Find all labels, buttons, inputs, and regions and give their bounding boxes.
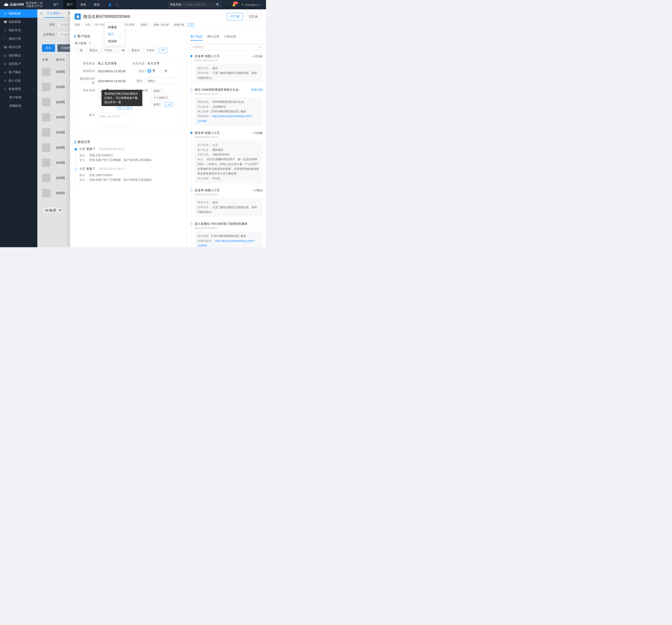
sidebar-item[interactable]: 客户标签 xyxy=(0,93,37,102)
sidebar-item[interactable]: ⏱我的好友 xyxy=(0,9,37,18)
radio-male[interactable]: 男 xyxy=(147,69,155,73)
personal-tag[interactable]: 个人标签12 xyxy=(151,95,170,101)
activity-filter[interactable]: 全部动态▾ xyxy=(190,44,263,51)
remark-textarea[interactable]: 请输入备注内容 xyxy=(98,113,128,127)
mobile-icon[interactable]: 📱 xyxy=(225,3,229,6)
search-input[interactable] xyxy=(187,3,215,6)
logo: 云朵CRM 教育机构一站 式服务云平台 xyxy=(3,2,43,8)
manager-dropdown-menu: 师馨薇 张三✓ 俱保咏 xyxy=(104,23,125,46)
rtab-activity[interactable]: 客户动态 xyxy=(190,33,202,41)
edit-tags-icon[interactable]: ✎ xyxy=(89,42,91,45)
rtab-order[interactable]: 订单记录 xyxy=(224,33,236,41)
sidebar-item[interactable]: ✂标签管理⌃ xyxy=(0,85,37,93)
activity-item: 定金单 创建人小王已完成2020/01/30 01:38:27跟单方式：电话跟单… xyxy=(190,54,263,82)
app-header: 云朵CRM 教育机构一站 式服务云平台 推广 客户 质检 数据 👤 📞 手机号码… xyxy=(0,0,266,9)
group-tag[interactable]: 群聊三 xyxy=(139,23,150,27)
search-box: 手机号码▾ | 🔍 xyxy=(168,1,221,8)
phone-icon[interactable]: 📞 xyxy=(115,3,119,6)
activity-item: 定金单 创建人小王已取消2020/01/30 01:38:27跟单方式：电话跟单… xyxy=(190,188,263,217)
activity-item: 购买 4399理财课进阶课程大礼包查看详情2021/01/30 01:38:27… xyxy=(190,88,263,126)
rtab-chat[interactable]: 聊天记录 xyxy=(207,33,219,41)
cloud-icon xyxy=(3,2,9,7)
activity-item: 报名单 创建人小王已失败2020/01/30 01:38:27客户经理：小王客户… xyxy=(190,131,263,183)
group-tag[interactable]: 群聊六群 xyxy=(172,23,186,27)
radio-female[interactable]: 女 xyxy=(160,69,168,73)
search-icon[interactable]: 🔍 xyxy=(216,3,220,6)
sidebar-item[interactable]: 💬我的群聊 xyxy=(0,18,37,26)
sidebar-item[interactable]: ▽我的学员 xyxy=(0,26,37,34)
search-type-select[interactable]: 手机号码 xyxy=(170,3,181,7)
customer-tag[interactable]: +4 xyxy=(159,48,167,53)
mod-record: 小王 更新了2021/01/30 01:38:27微信：空值-136721828… xyxy=(79,167,182,186)
phone-tooltip: 查询到此手机号码在系统中已存在，可以将两条客户数据合并为一条 xyxy=(101,90,142,106)
customer-tag[interactable]: 中意向 xyxy=(102,48,115,53)
sidebar-item[interactable]: ☜我的订单 xyxy=(0,34,37,43)
proxy-order-button[interactable]: 代下单 xyxy=(227,13,243,20)
mod-record: 小王 更新了2021/01/30 01:38:27微信：空值-136721828… xyxy=(79,147,182,167)
sidebar-item[interactable]: ☎电话记录 xyxy=(0,43,37,51)
sidebar-item[interactable]: 🛒我的商品 xyxy=(0,51,37,60)
customer-tag[interactable]: 一般 xyxy=(117,48,127,53)
sidebar-item[interactable]: ♻流失客户 xyxy=(0,60,37,68)
customer-tag[interactable]: 高意向 xyxy=(87,48,100,53)
group-tag[interactable]: 群聊一群大群 xyxy=(152,23,171,27)
user-icon[interactable]: 👤 xyxy=(108,3,112,6)
customer-tag[interactable]: 中意向 xyxy=(144,48,157,53)
nav-tab-promo[interactable]: 推广 xyxy=(50,0,63,9)
dropdown-opt[interactable]: 俱保咏 xyxy=(104,38,125,45)
customer-drawer: 📋 微信名称6789990000966 代下单 交定金 昵称：小王| 客户经理：… xyxy=(70,9,266,247)
sidebar-item[interactable]: 群聊标签 xyxy=(0,102,37,110)
wechat-input[interactable] xyxy=(145,78,178,84)
personal-tag[interactable]: 标签1 xyxy=(151,89,163,94)
group-more[interactable]: +4 xyxy=(188,23,194,27)
activity-item: 进入直播间 759-59班第三期理财直播课2021/01/30 01:38:27… xyxy=(190,222,263,247)
deposit-button[interactable]: 交定金 xyxy=(245,13,261,20)
view-detail-link[interactable]: 查看详情 xyxy=(251,88,263,92)
dropdown-opt[interactable]: 师馨薇 xyxy=(104,24,125,31)
customer-tag[interactable]: 一般 xyxy=(75,48,86,53)
notification-icon[interactable]: 🔔 xyxy=(232,3,236,6)
customer-icon: 📋 xyxy=(75,14,81,20)
section-customer-info: 客户信息 xyxy=(75,34,182,39)
section-mod-records: 修改记录 xyxy=(75,140,182,144)
personal-tag[interactable]: 标签1 xyxy=(151,102,163,107)
nav-tabs: 推广 客户 质检 数据 xyxy=(50,0,103,9)
nav-tab-qc[interactable]: 质检 xyxy=(77,0,90,9)
sidebar: ⏱我的好友💬我的群聊▽我的学员☜我的订单☎电话记录🛒我的商品♻流失客户⇄客户继承… xyxy=(0,9,37,247)
sidebar-item[interactable]: ⇄客户继承 xyxy=(0,68,37,76)
dropdown-opt[interactable]: 张三✓ xyxy=(104,31,125,38)
user-menu[interactable]: manager11▾ xyxy=(242,3,263,6)
customer-tag[interactable]: 高意向 xyxy=(129,48,142,53)
check-icon: ✓ xyxy=(119,33,121,36)
nav-tab-data[interactable]: 数据 xyxy=(90,0,103,9)
nav-tab-customer[interactable]: 客户 xyxy=(63,0,76,9)
drawer-title: 微信名称6789990000966 xyxy=(83,14,130,19)
personal-tag[interactable]: +4 xyxy=(165,102,173,107)
sidebar-item[interactable]: ✎剔人记录 xyxy=(0,76,37,85)
